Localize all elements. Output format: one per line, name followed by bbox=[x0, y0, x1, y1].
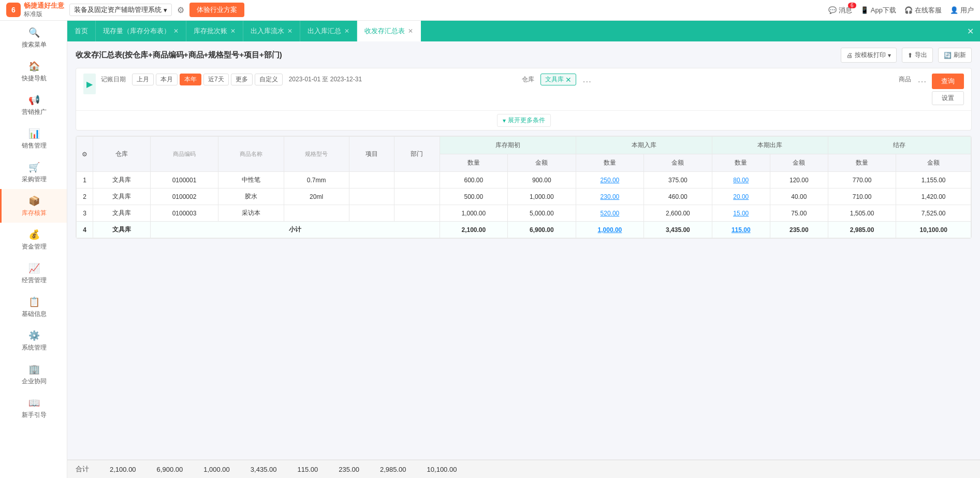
col-settings-header[interactable]: ⚙ bbox=[77, 137, 93, 172]
sidebar-item-marketing[interactable]: 📢 营销推广 bbox=[0, 88, 67, 122]
row1-bal-qty: 770.00 bbox=[828, 172, 896, 189]
row1-spec: 0.7mm bbox=[284, 172, 349, 189]
expand-conditions-button[interactable]: ▾ 展开更多条件 bbox=[497, 114, 551, 127]
date-btn-7days[interactable]: 近7天 bbox=[203, 74, 229, 85]
tab-close-batch-ledger[interactable]: ✕ bbox=[230, 27, 236, 35]
online-service-button[interactable]: 🎧 在线客服 bbox=[904, 6, 942, 15]
tab-close-in-out-flow[interactable]: ✕ bbox=[287, 27, 292, 35]
total-label: 合计 bbox=[76, 465, 89, 474]
table-row: 3 文具库 0100003 采访本 1,000.00 5,000.00 520.… bbox=[77, 205, 971, 222]
row3-spec bbox=[284, 205, 349, 222]
total-open-qty: 2,100.00 bbox=[110, 466, 136, 473]
content-area: 首页 现存量（库存分布表） ✕ 库存批次账 ✕ 出入库流水 ✕ 出入库汇总 ✕ … bbox=[67, 21, 980, 478]
date-btn-last-month[interactable]: 上月 bbox=[132, 74, 154, 85]
subtotal-out-qty[interactable]: 115.00 bbox=[712, 222, 770, 238]
user-button[interactable]: 👤 用户 bbox=[950, 6, 974, 15]
tab-in-out-flow[interactable]: 出入库流水 ✕ bbox=[243, 21, 300, 41]
date-btn-custom[interactable]: 自定义 bbox=[255, 74, 283, 85]
tab-close-all-button[interactable]: ✕ bbox=[961, 26, 980, 36]
sidebar-item-quick-nav[interactable]: 🏠 快捷导航 bbox=[0, 54, 67, 88]
tab-close-in-out-summary[interactable]: ✕ bbox=[344, 27, 349, 35]
sidebar-item-basic-info[interactable]: 📋 基础信息 bbox=[0, 290, 67, 324]
list-icon: 📋 bbox=[28, 296, 40, 308]
row2-warehouse: 文具库 bbox=[93, 189, 151, 205]
printer-icon: 🖨 bbox=[846, 52, 853, 59]
warehouse-more[interactable]: … bbox=[582, 74, 592, 85]
trial-button[interactable]: 体验行业方案 bbox=[189, 3, 244, 17]
date-btn-this-year[interactable]: 本年 bbox=[180, 74, 201, 85]
trend-icon: 📈 bbox=[28, 263, 40, 274]
col-project-header: 项目 bbox=[349, 137, 394, 172]
row2-in-qty[interactable]: 230.00 bbox=[576, 189, 644, 205]
row2-out-amt: 40.00 bbox=[770, 189, 828, 205]
col-dept-header: 部门 bbox=[394, 137, 440, 172]
row3-in-qty[interactable]: 520.00 bbox=[576, 205, 644, 222]
tab-in-out-summary[interactable]: 出入库汇总 ✕ bbox=[300, 21, 357, 41]
message-button[interactable]: 💬 消息 6 bbox=[828, 6, 852, 15]
top-bar-right: 💬 消息 6 📱 App下载 🎧 在线客服 👤 用户 bbox=[828, 6, 974, 15]
subtotal-row: 4 文具库 小计 2,100.00 6,900.00 1,000.00 3,43… bbox=[77, 222, 971, 238]
tab-close-receive-summary[interactable]: ✕ bbox=[408, 27, 413, 35]
date-btn-this-month[interactable]: 本月 bbox=[156, 74, 178, 85]
col-open-qty-header: 数量 bbox=[440, 154, 508, 172]
sidebar-item-finance[interactable]: 💰 资金管理 bbox=[0, 223, 67, 256]
sidebar-item-operations[interactable]: 📈 经营管理 bbox=[0, 256, 67, 290]
row2-bal-qty: 710.00 bbox=[828, 189, 896, 205]
col-open-amt-header: 金额 bbox=[508, 154, 576, 172]
date-btn-more[interactable]: 更多 bbox=[231, 74, 253, 85]
tab-bar: 首页 现存量（库存分布表） ✕ 库存批次账 ✕ 出入库流水 ✕ 出入库汇总 ✕ … bbox=[67, 21, 980, 41]
subtotal-warehouse: 文具库 bbox=[93, 222, 151, 238]
query-button[interactable]: 查询 bbox=[932, 74, 964, 89]
goods-more[interactable]: … bbox=[917, 74, 927, 85]
col-out-qty-header: 数量 bbox=[712, 154, 770, 172]
row2-out-qty[interactable]: 20.00 bbox=[712, 189, 770, 205]
export-button[interactable]: ⬆ 导出 bbox=[902, 48, 933, 63]
system-name[interactable]: 装备及固定资产辅助管理系统 ▾ bbox=[69, 4, 172, 16]
col-spec-header: 规格型号 bbox=[284, 137, 349, 172]
row3-out-qty[interactable]: 15.00 bbox=[712, 205, 770, 222]
building-icon: 🏢 bbox=[28, 364, 40, 375]
row1-dept bbox=[394, 172, 440, 189]
sidebar-item-system[interactable]: ⚙️ 系统管理 bbox=[0, 324, 67, 357]
filter-collapse-button[interactable]: ▶ bbox=[83, 74, 96, 94]
refresh-button[interactable]: 🔄 刷新 bbox=[938, 48, 972, 63]
tab-close-inventory-dist[interactable]: ✕ bbox=[173, 27, 179, 35]
row1-seq: 1 bbox=[77, 172, 93, 189]
sidebar-item-enterprise[interactable]: 🏢 企业协同 bbox=[0, 357, 67, 391]
col-opening-header: 库存期初 bbox=[440, 137, 576, 154]
total-out-amt: 235.00 bbox=[339, 466, 359, 473]
filter-inputs: 记账日期 上月 本月 本年 近7天 更多 自定义 2023-01-01 至 20… bbox=[101, 74, 927, 85]
row2-project bbox=[349, 189, 394, 205]
row2-name: 胶水 bbox=[218, 189, 284, 205]
filter-main-row: ▶ 记账日期 上月 本月 本年 近7天 更多 自定义 bbox=[76, 68, 971, 110]
tab-batch-ledger[interactable]: 库存批次账 ✕ bbox=[186, 21, 243, 41]
settings-button[interactable]: 设置 bbox=[932, 91, 964, 105]
row1-in-qty[interactable]: 250.00 bbox=[576, 172, 644, 189]
tab-home[interactable]: 首页 bbox=[67, 21, 96, 41]
col-in-header: 本期入库 bbox=[576, 137, 712, 154]
app-download-button[interactable]: 📱 App下载 bbox=[860, 6, 896, 15]
logo-area: 6 畅捷通好生意 标准版 bbox=[6, 2, 64, 18]
sidebar-item-search[interactable]: 🔍 搜索菜单 bbox=[0, 21, 67, 54]
sidebar-item-inventory[interactable]: 📦 库存核算 bbox=[0, 189, 67, 223]
tab-receive-summary[interactable]: 收发存汇总表 ✕ bbox=[357, 21, 421, 41]
row1-warehouse: 文具库 bbox=[93, 172, 151, 189]
print-button[interactable]: 🖨 按模板打印 ▾ bbox=[841, 48, 897, 63]
warehouse-tag-close[interactable]: ✕ bbox=[565, 76, 572, 84]
subtotal-bal-qty: 2,985.00 bbox=[828, 222, 896, 238]
date-label: 记账日期 bbox=[101, 75, 126, 84]
tab-inventory-dist[interactable]: 现存量（库存分布表） ✕ bbox=[96, 21, 186, 41]
filter-date-row: 记账日期 上月 本月 本年 近7天 更多 自定义 2023-01-01 至 20… bbox=[101, 74, 927, 85]
row2-seq: 2 bbox=[77, 189, 93, 205]
sidebar-item-sales[interactable]: 📊 销售管理 bbox=[0, 122, 67, 155]
total-out-qty: 115.00 bbox=[297, 466, 318, 473]
col-warehouse-header: 仓库 bbox=[93, 137, 151, 172]
row1-out-qty[interactable]: 80.00 bbox=[712, 172, 770, 189]
total-open-amt: 6,900.00 bbox=[157, 466, 183, 473]
sidebar-item-guide[interactable]: 📖 新手引导 bbox=[0, 391, 67, 425]
gear-icon[interactable]: ⚙ bbox=[177, 5, 184, 15]
col-out-amt-header: 金额 bbox=[770, 154, 828, 172]
subtotal-in-qty[interactable]: 1,000.00 bbox=[576, 222, 644, 238]
total-bal-amt: 10,100.00 bbox=[427, 466, 457, 473]
sidebar-item-purchase[interactable]: 🛒 采购管理 bbox=[0, 155, 67, 189]
